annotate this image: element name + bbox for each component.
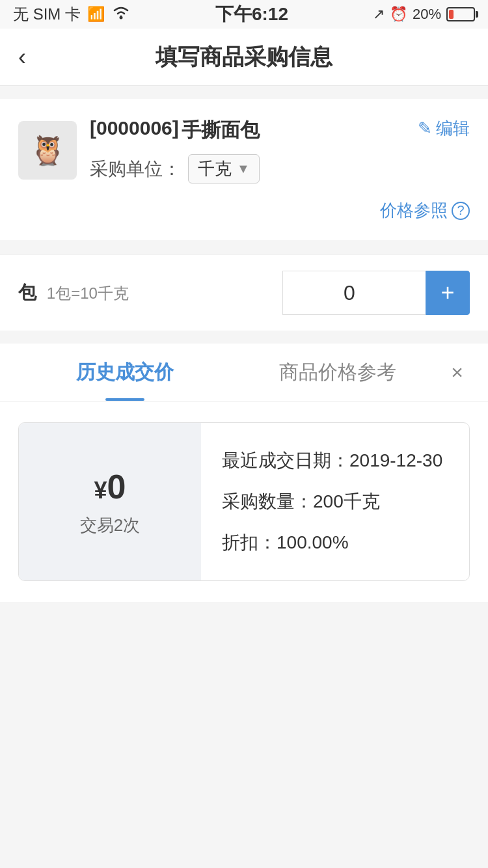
status-bar: 无 SIM 卡 📶 下午6:12 ↗ ⏰ 20%	[0, 0, 488, 29]
tab-history-price[interactable]: 历史成交价	[18, 344, 232, 401]
carrier-text: 无 SIM 卡	[13, 4, 81, 25]
product-unit-row: 采购单位： 千克 ▼	[90, 154, 260, 183]
page-title: 填写商品采购信息	[156, 42, 332, 72]
history-detail-panel: 最近成交日期：2019-12-30 采购数量：200千克 折扣：100.00%	[201, 423, 469, 580]
pkg-label: 包	[18, 282, 36, 303]
unit-conversion-label: 1包=10千克	[47, 284, 129, 302]
status-right: ↗ ⏰ 20%	[373, 6, 475, 23]
recent-date-row: 最近成交日期：2019-12-30	[222, 446, 448, 476]
purchase-qty-row: 采购数量：200千克	[222, 487, 448, 517]
unit-value: 千克	[198, 157, 232, 180]
product-card: 🦉 [0000006] 手撕面包 采购单位： 千克 ▼ ✎ 编辑	[0, 99, 488, 240]
history-price-display: ¥0	[94, 467, 126, 506]
purchase-qty-label: 采购数量：	[222, 491, 313, 511]
price-ref-button[interactable]: 价格参照 ?	[380, 199, 470, 222]
alarm-icon: ⏰	[390, 6, 407, 23]
location-icon: ↗	[373, 6, 385, 23]
price-ref-label: 价格参照	[380, 199, 448, 222]
tab-header: 历史成交价 商品价格参考 ×	[0, 344, 488, 401]
quantity-plus-button[interactable]: +	[426, 271, 470, 315]
edit-label: 编辑	[436, 117, 470, 140]
tab-content: ¥0 交易2次 最近成交日期：2019-12-30 采购数量：200千克 折扣：…	[0, 401, 488, 602]
edit-icon: ✎	[418, 118, 432, 139]
price-ref-question-icon: ?	[452, 202, 470, 220]
quantity-control: +	[282, 271, 470, 315]
recent-date-label: 最近成交日期：	[222, 450, 349, 470]
status-left: 无 SIM 卡 📶	[13, 4, 131, 25]
tab-close-button[interactable]: ×	[444, 360, 470, 385]
quantity-input[interactable]	[282, 271, 426, 315]
purchase-qty-value: 200千克	[313, 491, 380, 511]
price-ref-row: 价格参照 ?	[18, 199, 470, 222]
chevron-down-icon: ▼	[237, 161, 250, 176]
product-logo-icon: 🦉	[30, 133, 66, 167]
recent-date-value: 2019-12-30	[349, 450, 442, 470]
discount-label: 折扣：	[222, 532, 277, 552]
sim-card-icon: 📶	[87, 6, 105, 23]
tab-section: 历史成交价 商品价格参考 × ¥0 交易2次 最近成交日期：2019-12-30…	[0, 344, 488, 602]
history-card: ¥0 交易2次 最近成交日期：2019-12-30 采购数量：200千克 折扣：…	[18, 422, 470, 581]
quantity-label-group: 包 1包=10千克	[18, 280, 129, 305]
unit-label: 采购单位：	[90, 157, 181, 182]
separator-1	[0, 240, 488, 253]
unit-select[interactable]: 千克 ▼	[188, 154, 260, 183]
discount-value: 100.00%	[277, 532, 349, 552]
back-button[interactable]: ‹	[18, 44, 26, 71]
svg-point-0	[120, 16, 123, 20]
product-header: 🦉 [0000006] 手撕面包 采购单位： 千克 ▼ ✎ 编辑	[18, 117, 470, 183]
history-price-panel: ¥0 交易2次	[19, 423, 201, 580]
history-trades-label: 交易2次	[80, 514, 140, 537]
nav-bar: ‹ 填写商品采购信息	[0, 29, 488, 86]
quantity-row: 包 1包=10千克 +	[0, 254, 488, 331]
wifi-icon	[111, 5, 131, 23]
discount-row: 折扣：100.00%	[222, 528, 448, 558]
product-id: [0000006]	[90, 117, 179, 144]
tab-product-price-ref[interactable]: 商品价格参考	[232, 344, 445, 401]
status-time: 下午6:12	[215, 2, 288, 27]
battery-icon	[446, 7, 475, 21]
edit-button[interactable]: ✎ 编辑	[418, 117, 470, 140]
product-thumbnail: 🦉	[18, 121, 77, 180]
battery-percent: 20%	[413, 6, 441, 23]
product-info-left: 🦉 [0000006] 手撕面包 采购单位： 千克 ▼	[18, 117, 260, 183]
product-name: 手撕面包	[182, 117, 260, 144]
currency-symbol: ¥	[94, 477, 107, 504]
